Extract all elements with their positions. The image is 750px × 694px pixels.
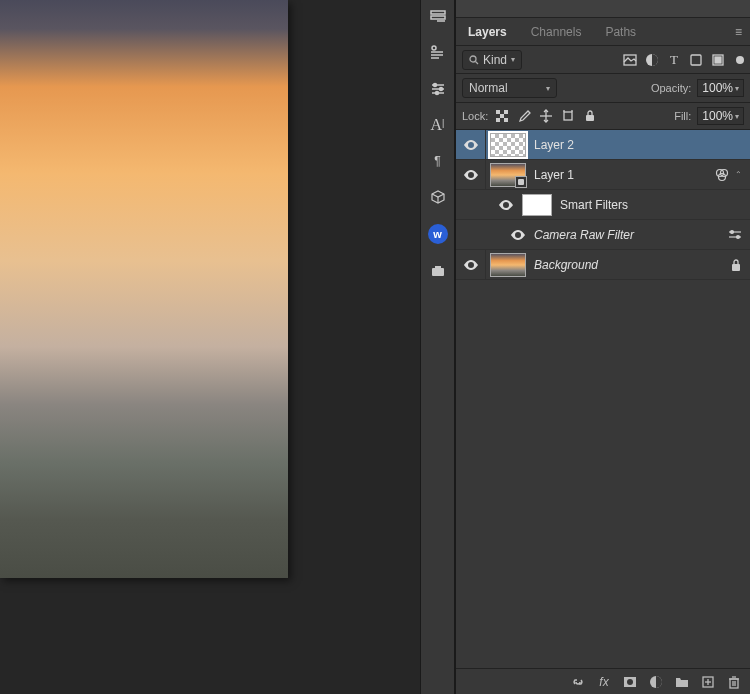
filter-shape-icon[interactable] xyxy=(688,52,704,68)
tab-layers[interactable]: Layers xyxy=(456,18,519,46)
svg-point-43 xyxy=(627,679,633,685)
lock-row: Lock: Fill: 100%▾ xyxy=(456,102,750,130)
opacity-value[interactable]: 100%▾ xyxy=(697,79,744,97)
mask-icon[interactable] xyxy=(622,674,638,690)
tool-dock: A| ¶ w xyxy=(420,0,455,694)
opacity-label: Opacity: xyxy=(651,82,691,94)
layer-row-background[interactable]: Background xyxy=(456,250,750,280)
svg-rect-26 xyxy=(496,118,500,122)
panel-top-strip xyxy=(456,0,750,18)
visibility-toggle[interactable] xyxy=(456,250,486,279)
layer-thumbnail[interactable] xyxy=(490,163,526,187)
svg-point-12 xyxy=(435,92,438,95)
fill-value[interactable]: 100%▾ xyxy=(697,107,744,125)
visibility-toggle[interactable] xyxy=(506,220,530,249)
svg-point-3 xyxy=(432,46,436,50)
lock-pixels-icon[interactable] xyxy=(494,108,510,124)
panel-menu-icon[interactable]: ≡ xyxy=(735,25,742,39)
layer-thumbnail[interactable] xyxy=(490,253,526,277)
filter-mask-thumbnail[interactable] xyxy=(522,194,552,216)
type-icon[interactable]: A| xyxy=(429,116,447,134)
layer-name[interactable]: Background xyxy=(534,258,598,272)
lock-brush-icon[interactable] xyxy=(516,108,532,124)
layers-list: Layer 2 Layer 1 ⌃ Smart Filters Camera R… xyxy=(456,130,750,668)
svg-rect-30 xyxy=(564,112,572,120)
svg-rect-41 xyxy=(732,264,740,271)
lock-position-icon[interactable] xyxy=(538,108,554,124)
layer-name[interactable]: Layer 1 xyxy=(534,168,574,182)
layer-thumbnail[interactable] xyxy=(490,133,526,157)
document-canvas[interactable] xyxy=(0,0,288,578)
briefcase-icon[interactable] xyxy=(429,262,447,280)
svg-rect-33 xyxy=(586,115,594,121)
adjustment-layer-icon[interactable] xyxy=(648,674,664,690)
link-layers-icon[interactable] xyxy=(570,674,586,690)
svg-rect-15 xyxy=(435,266,441,268)
svg-rect-20 xyxy=(691,55,701,65)
history-icon[interactable] xyxy=(429,8,447,26)
lock-artboard-icon[interactable] xyxy=(560,108,576,124)
blend-row: Normal ▾ Opacity: 100%▾ xyxy=(456,74,750,102)
lock-all-icon[interactable] xyxy=(582,108,598,124)
filter-effects-icon[interactable] xyxy=(715,168,729,182)
svg-rect-27 xyxy=(504,118,508,122)
svg-point-40 xyxy=(737,235,740,238)
filter-kind-label: Kind xyxy=(483,53,507,67)
new-layer-icon[interactable] xyxy=(700,674,716,690)
filter-kind-dropdown[interactable]: Kind ▾ xyxy=(462,50,522,70)
svg-point-10 xyxy=(439,88,442,91)
visibility-toggle[interactable] xyxy=(456,130,486,159)
smart-object-badge xyxy=(515,176,527,188)
lock-label: Lock: xyxy=(462,110,488,122)
lock-icon xyxy=(730,258,742,272)
fx-icon[interactable]: fx xyxy=(596,674,612,690)
smart-filters-row[interactable]: Smart Filters xyxy=(456,190,750,220)
package-icon[interactable] xyxy=(429,188,447,206)
filter-toggle[interactable] xyxy=(736,56,744,64)
paragraph-icon[interactable]: ¶ xyxy=(429,152,447,170)
svg-rect-48 xyxy=(730,679,738,688)
svg-point-38 xyxy=(731,230,734,233)
web-icon[interactable]: w xyxy=(428,224,448,244)
layer-filter-row: Kind ▾ T xyxy=(456,46,750,74)
layer-row-layer1[interactable]: Layer 1 ⌃ xyxy=(456,160,750,190)
svg-point-8 xyxy=(433,84,436,87)
visibility-toggle[interactable] xyxy=(456,160,486,189)
expand-icon[interactable]: ⌃ xyxy=(735,170,742,179)
filter-name[interactable]: Camera Raw Filter xyxy=(534,228,634,242)
svg-point-16 xyxy=(470,56,476,62)
layer-name[interactable]: Layer 2 xyxy=(534,138,574,152)
fill-label: Fill: xyxy=(674,110,691,122)
adjustments-icon[interactable] xyxy=(429,80,447,98)
group-icon[interactable] xyxy=(674,674,690,690)
svg-rect-24 xyxy=(504,110,508,114)
filter-type-icon[interactable]: T xyxy=(666,52,682,68)
layers-bottom-bar: fx xyxy=(456,668,750,694)
tab-channels[interactable]: Channels xyxy=(519,18,594,46)
visibility-toggle[interactable] xyxy=(494,190,518,219)
blend-mode-value: Normal xyxy=(469,81,508,95)
blend-mode-dropdown[interactable]: Normal ▾ xyxy=(462,78,557,98)
panel-tabs: Layers Channels Paths ≡ xyxy=(456,18,750,46)
filter-adjustment-icon[interactable] xyxy=(644,52,660,68)
filter-smart-icon[interactable] xyxy=(710,52,726,68)
tab-paths[interactable]: Paths xyxy=(593,18,648,46)
svg-rect-25 xyxy=(500,114,504,118)
svg-rect-14 xyxy=(432,268,444,276)
camera-raw-filter-row[interactable]: Camera Raw Filter xyxy=(456,220,750,250)
svg-rect-23 xyxy=(496,110,500,114)
delete-layer-icon[interactable] xyxy=(726,674,742,690)
svg-rect-1 xyxy=(431,16,445,19)
filter-image-icon[interactable] xyxy=(622,52,638,68)
layers-panel: Layers Channels Paths ≡ Kind ▾ T Normal … xyxy=(455,0,750,694)
svg-rect-0 xyxy=(431,11,445,14)
smart-filters-label: Smart Filters xyxy=(560,198,628,212)
layer-row-layer2[interactable]: Layer 2 xyxy=(456,130,750,160)
filter-blending-icon[interactable] xyxy=(728,229,742,241)
svg-rect-22 xyxy=(715,57,721,63)
properties-icon[interactable] xyxy=(429,44,447,62)
canvas-workspace xyxy=(0,0,420,694)
svg-line-17 xyxy=(476,61,479,64)
